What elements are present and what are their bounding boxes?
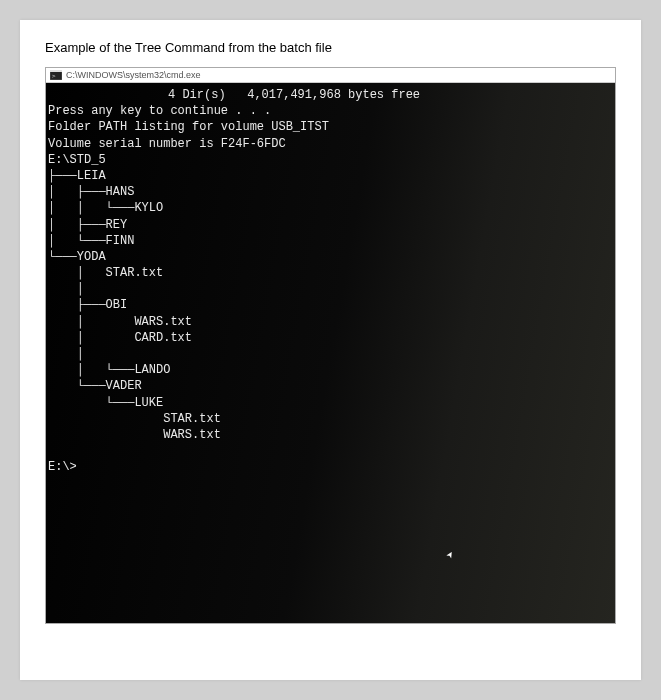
folder-path-line: Folder PATH listing for volume USB_ITST bbox=[48, 119, 613, 135]
tree-line: ├───LEIA bbox=[48, 168, 613, 184]
tree-line: └───LUKE bbox=[48, 395, 613, 411]
page-title: Example of the Tree Command from the bat… bbox=[45, 40, 616, 55]
tree-line: │ └───FINN bbox=[48, 233, 613, 249]
tree-line: │ │ └───KYLO bbox=[48, 200, 613, 216]
tree-line: │ CARD.txt bbox=[48, 330, 613, 346]
tree-line: ├───OBI bbox=[48, 297, 613, 313]
tree-line: │ └───LANDO bbox=[48, 362, 613, 378]
title-bar[interactable]: > C:\WINDOWS\system32\cmd.exe bbox=[46, 68, 615, 83]
tree-line: │ WARS.txt bbox=[48, 314, 613, 330]
document-page: Example of the Tree Command from the bat… bbox=[20, 20, 641, 680]
tree-line: STAR.txt bbox=[48, 411, 613, 427]
tree-line: │ bbox=[48, 346, 613, 362]
title-bar-text: C:\WINDOWS\system32\cmd.exe bbox=[66, 70, 201, 80]
prompt-line: E:\> bbox=[48, 459, 613, 475]
dir-summary-line: 4 Dir(s) 4,017,491,968 bytes free bbox=[48, 87, 613, 103]
tree-line: └───VADER bbox=[48, 378, 613, 394]
tree-line: └───YODA bbox=[48, 249, 613, 265]
tree-line: │ ├───REY bbox=[48, 217, 613, 233]
tree-line: WARS.txt bbox=[48, 427, 613, 443]
press-key-line: Press any key to continue . . . bbox=[48, 103, 613, 119]
tree-line: │ bbox=[48, 281, 613, 297]
tree-line: │ ├───HANS bbox=[48, 184, 613, 200]
console-body[interactable]: 4 Dir(s) 4,017,491,968 bytes freePress a… bbox=[46, 83, 615, 623]
tree-root: E:\STD_5 bbox=[48, 152, 613, 168]
volume-serial-line: Volume serial number is F24F-6FDC bbox=[48, 136, 613, 152]
cmd-icon: > bbox=[50, 70, 62, 80]
console-window: > C:\WINDOWS\system32\cmd.exe 4 Dir(s) 4… bbox=[45, 67, 616, 624]
mouse-cursor-icon: ➤ bbox=[443, 548, 461, 562]
svg-text:>: > bbox=[52, 72, 56, 79]
tree-line: │ STAR.txt bbox=[48, 265, 613, 281]
